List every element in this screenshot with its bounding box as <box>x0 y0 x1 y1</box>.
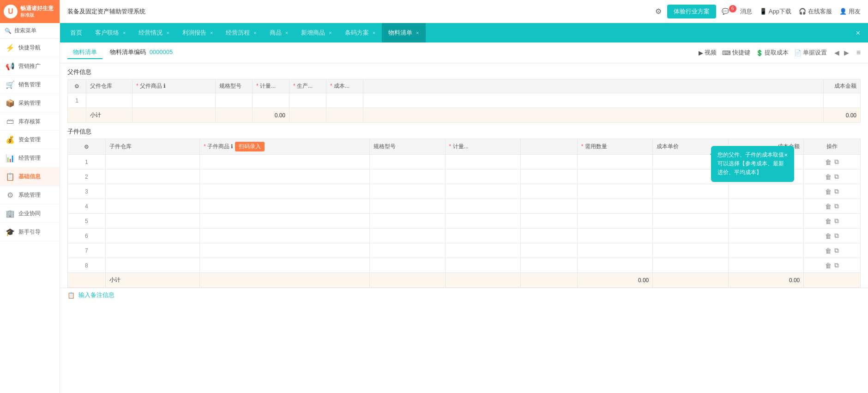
child-row-1-product[interactable] <box>200 155 370 169</box>
child-row-5-unit-price[interactable] <box>653 214 729 229</box>
child-row-8-product[interactable] <box>200 258 370 273</box>
search-menu[interactable]: 🔍 搜索菜单 <box>0 23 60 39</box>
nav-tab-goods[interactable]: 商品× <box>263 23 295 42</box>
parent-row-1-warehouse[interactable] <box>86 93 133 108</box>
child-row-8-unit[interactable] <box>445 258 521 273</box>
next-arrow[interactable]: ▶ <box>842 48 851 57</box>
child-row-5-unit[interactable] <box>445 214 521 229</box>
message-action[interactable]: 💬 6 消息 <box>722 7 752 16</box>
child-row-3-qty[interactable] <box>577 184 653 199</box>
delete-icon-8[interactable]: 🗑 <box>825 262 832 269</box>
nav-tab-close-goods[interactable]: × <box>285 30 288 36</box>
nav-tab-close-bom[interactable]: × <box>416 30 419 36</box>
child-row-8-qty[interactable] <box>577 258 653 273</box>
delete-icon-3[interactable]: 🗑 <box>825 188 832 195</box>
nav-tab-close-history[interactable]: × <box>253 30 256 36</box>
child-row-6-warehouse[interactable] <box>105 229 199 243</box>
sidebar-item-basic-info[interactable]: 📋基础信息 <box>0 168 60 186</box>
tooltip-close[interactable]: × <box>784 151 788 160</box>
sidebar-item-operations[interactable]: 📊经营管理 <box>0 149 60 168</box>
child-row-3-product[interactable] <box>200 184 370 199</box>
child-row-5-warehouse[interactable] <box>105 214 199 229</box>
parent-row-1-produce[interactable] <box>289 93 326 108</box>
delete-icon-2[interactable]: 🗑 <box>825 173 832 181</box>
delete-icon-6[interactable]: 🗑 <box>825 232 832 240</box>
nav-tab-close-customer[interactable]: × <box>123 30 126 36</box>
child-row-6-product[interactable] <box>200 229 370 243</box>
copy-icon-8[interactable]: ⧉ <box>834 261 839 269</box>
sidebar-item-enterprise[interactable]: 🏢企业协同 <box>0 205 60 223</box>
sidebar-item-sales[interactable]: 🛒销售管理 <box>0 76 60 94</box>
nav-tab-history[interactable]: 经营历程× <box>219 23 263 42</box>
child-row-4-spec[interactable] <box>370 199 446 214</box>
delete-icon-1[interactable]: 🗑 <box>825 158 832 166</box>
close-all-tabs[interactable]: ✕ <box>852 30 864 36</box>
child-row-1-spec[interactable] <box>370 155 446 169</box>
child-row-4-qty[interactable] <box>577 199 653 214</box>
nav-tab-close-new-goods[interactable]: × <box>329 30 332 36</box>
view-switcher[interactable]: ≡ <box>856 48 861 57</box>
child-row-3-unit-price[interactable] <box>653 184 729 199</box>
sidebar-item-inventory[interactable]: 🗃库存核算 <box>0 113 60 131</box>
nav-tab-close-operations[interactable]: × <box>166 30 169 36</box>
child-row-7-spec[interactable] <box>370 243 446 258</box>
child-row-2-spec[interactable] <box>370 169 446 184</box>
child-row-3-spec[interactable] <box>370 184 446 199</box>
parent-th-settings[interactable]: ⚙ <box>68 79 86 93</box>
online-service-action[interactable]: 🎧 在线客服 <box>799 7 832 16</box>
copy-icon-5[interactable]: ⧉ <box>834 217 839 225</box>
sidebar-item-system[interactable]: ⚙系统管理 <box>0 186 60 205</box>
app-download-action[interactable]: 📱 App下载 <box>760 7 791 16</box>
child-row-1-warehouse[interactable] <box>105 155 199 169</box>
child-row-4-warehouse[interactable] <box>105 199 199 214</box>
copy-icon-3[interactable]: ⧉ <box>834 187 839 195</box>
parent-row-1-spec[interactable] <box>216 93 253 108</box>
child-row-7-qty[interactable] <box>577 243 653 258</box>
child-row-4-product[interactable] <box>200 199 370 214</box>
child-row-1-unit[interactable] <box>445 155 521 169</box>
delete-icon-4[interactable]: 🗑 <box>825 203 832 210</box>
child-row-2-product[interactable] <box>200 169 370 184</box>
child-row-8-unit-price[interactable] <box>653 258 729 273</box>
child-row-7-unit-price[interactable] <box>653 243 729 258</box>
child-row-2-unit[interactable] <box>445 169 521 184</box>
child-row-7-unit[interactable] <box>445 243 521 258</box>
parent-row-1-cost[interactable] <box>326 93 363 108</box>
nav-tab-new-goods[interactable]: 新增商品× <box>295 23 338 42</box>
child-row-7-product[interactable] <box>200 243 370 258</box>
child-row-8-warehouse[interactable] <box>105 258 199 273</box>
child-row-6-unit[interactable] <box>445 229 521 243</box>
child-row-6-unit-price[interactable] <box>653 229 729 243</box>
child-th-settings[interactable]: ⚙ <box>68 139 106 155</box>
parent-row-1-unit[interactable] <box>253 93 289 108</box>
child-row-5-product[interactable] <box>200 214 370 229</box>
child-row-2-warehouse[interactable] <box>105 169 199 184</box>
child-row-6-spec[interactable] <box>370 229 446 243</box>
child-row-4-unit-price[interactable] <box>653 199 729 214</box>
child-row-5-spec[interactable] <box>370 214 446 229</box>
child-row-6-qty[interactable] <box>577 229 653 243</box>
copy-icon-6[interactable]: ⧉ <box>834 232 839 240</box>
prev-arrow[interactable]: ◀ <box>832 48 841 57</box>
trial-button[interactable]: 体验行业方案 <box>667 5 716 18</box>
view-action[interactable]: ▶ 视频 <box>699 48 717 57</box>
copy-icon-2[interactable]: ⧉ <box>834 173 839 181</box>
copy-icon-4[interactable]: ⧉ <box>834 202 839 210</box>
child-row-1-qty[interactable] <box>577 155 653 169</box>
copy-icon-1[interactable]: ⧉ <box>834 158 839 166</box>
sidebar-item-guide[interactable]: 🎓新手引导 <box>0 223 60 242</box>
child-row-8-spec[interactable] <box>370 258 446 273</box>
nav-tab-home[interactable]: 首页 <box>64 23 89 42</box>
sidebar-item-quick-nav[interactable]: ⚡快捷导航 <box>0 39 60 57</box>
delete-icon-5[interactable]: 🗑 <box>825 218 832 225</box>
sidebar-item-finance[interactable]: 💰资金管理 <box>0 131 60 149</box>
nav-tab-bom[interactable]: 物料清单× <box>382 23 425 42</box>
child-row-4-unit[interactable] <box>445 199 521 214</box>
nav-tab-close-barcode[interactable]: × <box>373 30 375 36</box>
child-row-5-qty[interactable] <box>577 214 653 229</box>
child-row-2-qty[interactable] <box>577 169 653 184</box>
single-settings-action[interactable]: 📄 单据设置 <box>794 48 827 57</box>
shortcut-action[interactable]: ⌨ 快捷键 <box>722 48 750 57</box>
extract-cost-action[interactable]: 💲 提取成本 <box>756 48 789 57</box>
sidebar-item-purchase[interactable]: 📦采购管理 <box>0 94 60 113</box>
